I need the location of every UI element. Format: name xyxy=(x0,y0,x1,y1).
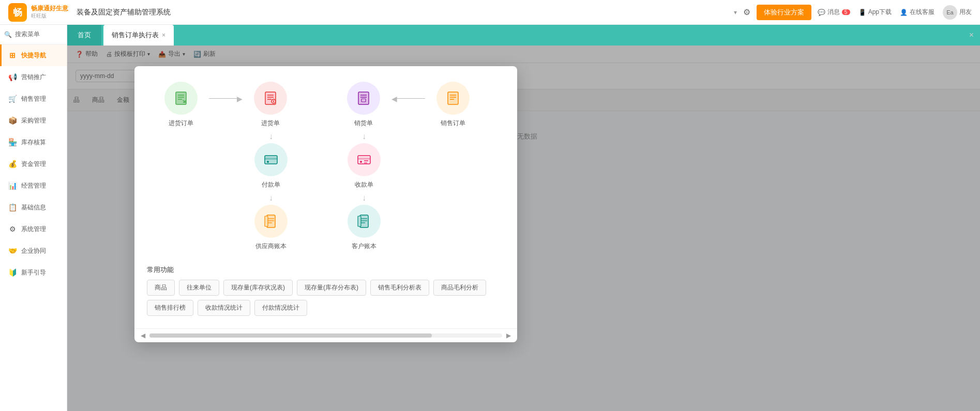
dropdown-arrow-icon[interactable]: ▾ xyxy=(734,9,737,16)
service-icon: 👤 xyxy=(900,9,908,16)
system-icon: ⚙ xyxy=(8,224,17,234)
operation-icon: 📊 xyxy=(8,181,17,190)
settings-icon[interactable]: ⚙ xyxy=(743,7,750,17)
tab-sales-exec-label: 销售订单执行表 xyxy=(112,31,159,40)
app-download-button[interactable]: 📱 App下载 xyxy=(858,8,892,17)
svg-rect-10 xyxy=(358,92,369,104)
svg-rect-22 xyxy=(358,158,370,160)
tab-close-icon[interactable]: × xyxy=(162,32,165,39)
sidebar-item-guide-label: 新手引导 xyxy=(21,268,46,277)
sidebar-item-sales[interactable]: 🛒 销售管理 xyxy=(0,88,67,110)
common-funcs-title: 常用功能 xyxy=(147,265,505,275)
receipt-bill-icon xyxy=(348,143,381,176)
scroll-left-icon[interactable]: ◀ xyxy=(141,332,145,339)
func-btn-sales-rank[interactable]: 销售排行榜 xyxy=(147,300,193,316)
user-label: 用友 xyxy=(959,8,972,17)
sales-icon: 🛒 xyxy=(8,94,17,103)
scroll-right-icon[interactable]: ▶ xyxy=(506,332,511,339)
svg-point-20 xyxy=(267,161,269,163)
sidebar-item-operation[interactable]: 📊 经营管理 xyxy=(0,175,67,196)
func-btn-payment-stat[interactable]: 付款情况统计 xyxy=(254,300,307,316)
service-label: 在线客服 xyxy=(910,8,934,17)
message-badge: 5 xyxy=(842,9,850,15)
sidebar-item-operation-label: 经营管理 xyxy=(21,181,46,190)
down-arrows-row: ↓ ↓ xyxy=(155,132,496,141)
sidebar-item-quick-nav[interactable]: ⊞ 快捷导航 xyxy=(0,44,67,66)
sales-order-label: 销售订单 xyxy=(441,119,465,128)
svg-rect-13 xyxy=(361,99,366,102)
sidebar-item-purchase[interactable]: 📦 采购管理 xyxy=(0,110,67,131)
collab-icon: 🤝 xyxy=(8,246,17,255)
flow-row-3: 供应商账本 客户账本 xyxy=(155,205,496,251)
scrollbar-row: ◀ ▶ xyxy=(134,328,517,342)
arrow-down-receipt: ↓ xyxy=(338,193,390,203)
tab-bar: 首页 销售订单执行表 × × xyxy=(67,25,980,45)
func-btn-product-gross[interactable]: 商品毛利分析 xyxy=(433,280,486,296)
sales-bill-label: 销货单 xyxy=(354,119,373,128)
top-actions: 💬 消息 5 📱 App下载 👤 在线客服 Ea 用友 xyxy=(818,5,972,20)
app-icon: 📱 xyxy=(858,9,866,16)
sidebar-item-marketing[interactable]: 📢 营销推广 xyxy=(0,66,67,88)
flow-node-customer-ledger[interactable]: 客户账本 xyxy=(338,205,390,251)
func-btn-stock-dist[interactable]: 现存量(库存分布表) xyxy=(297,280,366,296)
flow-node-purchase-order[interactable]: 进货订单 xyxy=(155,82,207,128)
purchase-bill-icon xyxy=(254,82,287,115)
logo-title: 畅康通好生意 xyxy=(31,5,68,12)
payment-bill-icon xyxy=(254,143,288,176)
user-menu[interactable]: Ea 用友 xyxy=(943,5,972,20)
sidebar-item-finance-label: 资金管理 xyxy=(21,160,46,169)
flow-node-sales-order[interactable]: 销售订单 xyxy=(427,82,479,128)
svg-point-23 xyxy=(360,161,362,163)
arrow-sales-order-to-bill: ◀ xyxy=(389,95,427,103)
search-menu[interactable]: 🔍 搜索菜单 xyxy=(0,25,67,44)
logo-text: 畅康通好生意 旺旺版 xyxy=(31,5,68,19)
purchase-bill-label: 进货单 xyxy=(261,119,280,128)
modal-overlay[interactable]: 进货订单 ▶ xyxy=(67,45,980,411)
flow-node-payment-bill[interactable]: 付款单 xyxy=(245,143,297,189)
sidebar-item-purchase-label: 采购管理 xyxy=(21,116,46,125)
online-service-button[interactable]: 👤 在线客服 xyxy=(900,8,934,17)
supplier-ledger-icon xyxy=(254,205,288,238)
func-btn-stock-status[interactable]: 现存量(库存状况表) xyxy=(223,280,293,296)
flow-node-supplier-ledger[interactable]: 供应商账本 xyxy=(245,205,297,251)
content-area: 首页 销售订单执行表 × × ❓ 帮助 🖨 按 xyxy=(67,25,980,411)
logo-area: 畅 畅康通好生意 旺旺版 xyxy=(8,3,70,22)
tab-home[interactable]: 首页 xyxy=(67,25,101,45)
tab-sales-exec[interactable]: 销售订单执行表 × xyxy=(103,25,174,45)
sidebar-item-guide[interactable]: 🔰 新手引导 xyxy=(0,262,67,283)
quick-nav-icon: ⊞ xyxy=(8,51,17,60)
top-bar: 畅 畅康通好生意 旺旺版 装备及固定资产辅助管理系统 ▾ ⚙ 体验行业方案 💬 … xyxy=(0,0,980,25)
guide-icon: 🔰 xyxy=(8,268,17,277)
flow-node-receipt-bill[interactable]: 收款单 xyxy=(338,143,390,189)
svg-rect-32 xyxy=(358,216,361,226)
func-btn-sales-gross[interactable]: 销售毛利分析表 xyxy=(370,280,429,296)
payment-bill-label: 付款单 xyxy=(262,180,280,189)
flow-node-sales-bill[interactable]: 销货单 xyxy=(338,82,389,128)
sidebar-item-finance[interactable]: 💰 资金管理 xyxy=(0,153,67,175)
sidebar-item-basic-label: 基础信息 xyxy=(21,203,46,212)
func-btn-counterparty[interactable]: 往来单位 xyxy=(179,280,219,296)
flow-diagram: 进货订单 ▶ xyxy=(134,66,517,265)
message-button[interactable]: 💬 消息 5 xyxy=(818,8,850,17)
sidebar-item-collab[interactable]: 🤝 企业协同 xyxy=(0,240,67,262)
try-industry-button[interactable]: 体验行业方案 xyxy=(757,5,811,20)
flow-node-purchase-bill[interactable]: 进货单 xyxy=(245,82,296,128)
sidebar-item-basic[interactable]: 📋 基础信息 xyxy=(0,196,67,218)
sales-bill-icon xyxy=(347,82,380,115)
scrollbar-track[interactable] xyxy=(149,333,502,338)
arrow-down-sales-bill: ↓ xyxy=(338,132,390,141)
sidebar-item-collab-label: 企业协同 xyxy=(21,247,46,255)
sidebar-item-marketing-label: 营销推广 xyxy=(21,73,46,82)
sidebar-item-system[interactable]: ⚙ 系统管理 xyxy=(0,218,67,240)
sidebar-item-inventory[interactable]: 🏪 库存核算 xyxy=(0,131,67,153)
marketing-icon: 📢 xyxy=(8,72,17,82)
tab-bar-close-icon[interactable]: × xyxy=(969,31,974,40)
sidebar-item-quick-nav-label: 快捷导航 xyxy=(21,51,46,60)
search-label: 搜索菜单 xyxy=(15,30,40,39)
receipt-bill-label: 收款单 xyxy=(355,180,373,189)
func-btn-receipt-stat[interactable]: 收款情况统计 xyxy=(198,300,250,316)
scrollbar-thumb xyxy=(149,333,432,338)
avatar: Ea xyxy=(943,5,957,20)
down-arrows-row-2: ↓ ↓ xyxy=(155,193,496,203)
func-btn-product[interactable]: 商品 xyxy=(147,280,175,296)
